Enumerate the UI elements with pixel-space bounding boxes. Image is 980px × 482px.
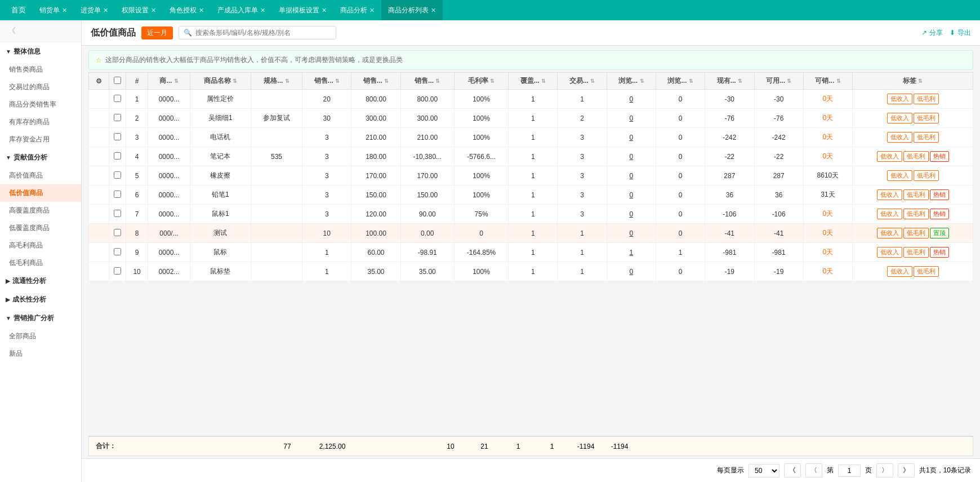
nav-home[interactable]: 首页 [5,0,33,20]
row-checkbox[interactable] [114,114,121,121]
search-box[interactable]: 🔍 [179,26,336,39]
col-trade[interactable]: 交易... ⇅ [558,73,607,90]
nav-product-analysis[interactable]: 商品分析 ✕ [333,0,381,20]
sidebar-item-all-goods[interactable]: 全部商品 [0,328,81,345]
sidebar-group-liquidity[interactable]: ▶ 流通性分析 [0,272,81,290]
export-button[interactable]: ⬇ 导出 [950,28,971,38]
row-checkbox[interactable] [114,191,121,198]
nav-template-setting[interactable]: 单据模板设置 ✕ [272,0,333,20]
sidebar-item-low-margin[interactable]: 低毛利商品 [0,254,81,272]
sidebar-item-high-coverage[interactable]: 高覆盖度商品 [0,202,81,219]
col-available[interactable]: 可用... ⇅ [754,73,803,90]
view-count-link[interactable]: 0 [630,95,634,103]
col-view2[interactable]: 浏览... ⇅ [656,73,705,90]
sidebar-item-high-value[interactable]: 高价值商品 [0,167,81,184]
col-view1-cell[interactable]: 0 [607,109,656,128]
view-count-link[interactable]: 0 [630,268,634,276]
view-count-link[interactable]: 0 [630,229,634,237]
row-checkbox[interactable] [114,210,121,217]
view-count-link[interactable]: 0 [630,191,634,199]
col-checkbox-cell[interactable] [109,147,126,166]
col-view1[interactable]: 浏览... ⇅ [607,73,656,90]
sidebar-item-category-sales-rate[interactable]: 商品分类销售率 [0,96,81,113]
sidebar-item-sales-goods[interactable]: 销售类商品 [0,61,81,78]
col-checkbox-cell[interactable] [109,90,126,109]
view-count-link[interactable]: 0 [630,134,634,141]
row-checkbox[interactable] [114,133,121,140]
col-checkbox-cell[interactable] [109,185,126,205]
sidebar-item-new-goods[interactable]: 新品 [0,345,81,362]
col-coverage[interactable]: 覆盖... ⇅ [509,73,558,90]
sidebar-collapse-button[interactable]: 《 [6,24,18,38]
filter-period-button[interactable]: 近一月 [141,26,173,39]
sidebar-item-low-value[interactable]: 低价值商品 [0,184,81,202]
view-count-link[interactable]: 1 [630,249,634,257]
col-saleable[interactable]: 可销... ⇅ [803,73,852,90]
col-view1-cell[interactable]: 1 [607,243,656,262]
nav-permission-setting[interactable]: 权限设置 ✕ [115,0,163,20]
nav-product-stock[interactable]: 产成品入库单 ✕ [211,0,272,20]
prev-page-button[interactable]: 〈 [805,463,822,477]
nav-close-icon[interactable]: ✕ [322,7,327,14]
nav-close-icon[interactable]: ✕ [151,7,156,14]
sidebar-group-growth[interactable]: ▶ 成长性分析 [0,290,81,309]
col-view1-cell[interactable]: 0 [607,224,656,243]
nav-role-auth[interactable]: 角色授权 ✕ [163,0,211,20]
page-number-input[interactable] [838,465,861,477]
col-checkbox-cell[interactable] [109,109,126,128]
col-checkbox-cell[interactable] [109,166,126,185]
col-view1-cell[interactable]: 0 [607,205,656,224]
last-page-button[interactable]: 》 [898,463,915,477]
sidebar-item-low-coverage[interactable]: 低覆盖度商品 [0,219,81,237]
sidebar-item-stock-capital[interactable]: 库存资金占用 [0,131,81,148]
sidebar-item-traded-goods[interactable]: 交易过的商品 [0,78,81,96]
nav-product-analysis-list[interactable]: 商品分析列表 ✕ [381,0,443,20]
col-checkbox-cell[interactable] [109,243,126,262]
row-checkbox[interactable] [114,152,121,160]
col-stock[interactable]: 现有... ⇅ [705,73,754,90]
col-sales-qty[interactable]: 销售... ⇅ [302,73,351,90]
nav-close-icon[interactable]: ✕ [260,7,265,14]
col-view1-cell[interactable]: 0 [607,166,656,185]
col-view1-cell[interactable]: 0 [607,90,656,109]
col-checkbox-cell[interactable] [109,224,126,243]
col-checkbox-cell[interactable] [109,262,126,281]
page-size-select[interactable]: 50 100 200 [749,464,779,477]
col-tags[interactable]: 标签 ⇅ [853,73,973,90]
sidebar-group-overall[interactable]: ▼ 整体信息 [0,42,81,61]
col-spec[interactable]: 规格... ⇅ [251,73,302,90]
col-checkbox-cell[interactable] [109,205,126,224]
nav-close-icon[interactable]: ✕ [431,7,436,14]
sidebar-group-marketing[interactable]: ▼ 营销推广分析 [0,309,81,328]
nav-sales-order[interactable]: 销货单 ✕ [33,0,74,20]
col-view1-cell[interactable]: 0 [607,185,656,205]
select-all-checkbox[interactable] [114,77,121,84]
row-checkbox[interactable] [114,95,121,102]
sidebar-item-stocked-goods[interactable]: 有库存的商品 [0,113,81,131]
col-sales-profit[interactable]: 销售... ⇅ [400,73,454,90]
row-checkbox[interactable] [114,267,121,275]
nav-close-icon[interactable]: ✕ [103,7,108,14]
sidebar-item-high-margin[interactable]: 高毛利商品 [0,237,81,254]
view-count-link[interactable]: 0 [630,114,634,122]
col-settings[interactable]: ⚙ [89,73,109,90]
nav-close-icon[interactable]: ✕ [369,7,375,14]
view-count-link[interactable]: 0 [630,172,634,180]
nav-close-icon[interactable]: ✕ [62,7,67,14]
next-page-button[interactable]: 〉 [876,463,893,477]
row-checkbox[interactable] [114,171,121,179]
col-view1-cell[interactable]: 0 [607,147,656,166]
row-checkbox[interactable] [114,248,121,255]
col-view1-cell[interactable]: 0 [607,262,656,281]
search-input[interactable] [195,29,331,37]
row-checkbox[interactable] [114,229,121,236]
share-button[interactable]: ↗ 分享 [921,28,943,38]
sidebar-group-contribution[interactable]: ▼ 贡献值分析 [0,148,81,167]
view-count-link[interactable]: 0 [630,153,634,161]
col-checkbox-cell[interactable] [109,128,126,147]
col-checkbox[interactable] [109,73,126,90]
first-page-button[interactable]: 《 [784,463,801,477]
nav-close-icon[interactable]: ✕ [199,7,204,14]
col-margin[interactable]: 毛利率 ⇅ [454,73,508,90]
col-code[interactable]: 商... ⇅ [148,73,190,90]
